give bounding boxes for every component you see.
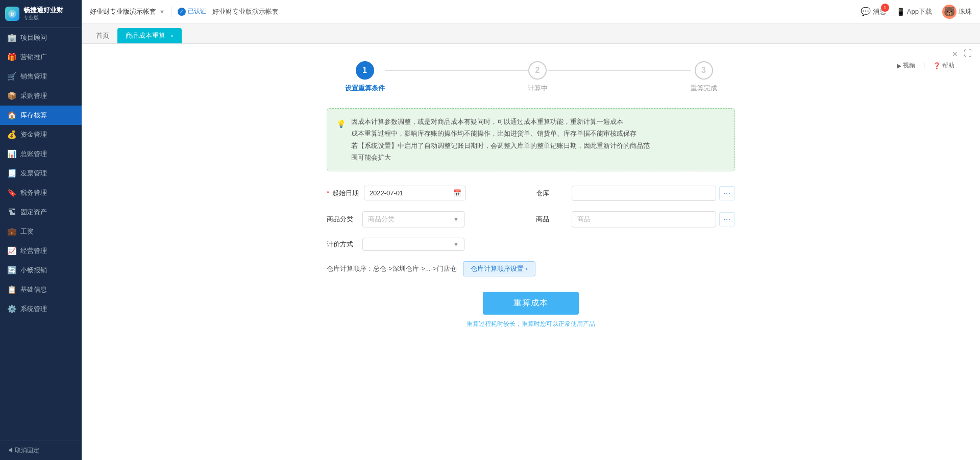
purchase-icon: 📦 [7, 91, 16, 100]
chevron-down-icon: ▼ [453, 241, 459, 247]
sidebar-item-sales[interactable]: 🛒 销售管理 [0, 67, 82, 86]
product-input[interactable]: 商品 [572, 211, 716, 227]
warehouse-order-settings-button[interactable]: 仓库计算顺序设置 › [463, 261, 535, 276]
sidebar-item-label: 工资 [20, 227, 34, 236]
user-menu-button[interactable]: 🐻 珠珠 [942, 5, 972, 19]
messages-button[interactable]: 💬 消息 1 [861, 7, 886, 16]
pricing-label: 计价方式 [327, 240, 357, 249]
sidebar-unpin-button[interactable]: ◀ 取消固定 [0, 441, 82, 460]
pricing-select[interactable]: ▼ [362, 238, 464, 251]
sidebar-item-operation[interactable]: 📈 经营管理 [0, 241, 82, 261]
basic-icon: 📋 [7, 285, 16, 294]
sidebar-item-tax[interactable]: 🔖 税务管理 [0, 183, 82, 202]
sidebar-item-label: 库存核算 [20, 111, 47, 120]
accounting-icon: 📊 [7, 149, 16, 159]
step-2-label: 计算中 [528, 84, 548, 93]
product-ellipsis-button[interactable]: ··· [719, 212, 735, 226]
account-selector[interactable]: 好业财专业版演示帐套 ▼ [90, 7, 165, 16]
verified-badge: ✓ 已认证 [178, 7, 206, 16]
category-label: 商品分类 [327, 215, 357, 224]
recalc-note: 重算过程耗时较长，重算时您可以正常使用产品 [327, 320, 735, 328]
assets-icon: 🏗 [7, 208, 16, 217]
sidebar-item-system[interactable]: ⚙️ 系统管理 [0, 299, 82, 319]
info-box: 💡 因成本计算参数调整，或是对商品成本有疑问时，可以通过成本重算功能，重新计算一… [327, 108, 735, 171]
warehouse-order-btn-label: 仓库计算顺序设置 [471, 264, 524, 273]
tab-close-icon[interactable]: × [170, 33, 174, 39]
expense-icon: 🔄 [7, 266, 16, 275]
step-2: 2 计算中 [528, 61, 548, 93]
sidebar-item-inventory[interactable]: 🏠 库存核算 [0, 106, 82, 125]
sidebar-header: 财 畅捷通好业财 专业版 [0, 0, 82, 28]
expand-window-button[interactable]: ⛶ [964, 49, 972, 60]
company-name: 好业财专业版演示帐套 [212, 7, 279, 16]
app-title: 畅捷通好业财 [23, 6, 63, 14]
chevron-right-icon: › [526, 265, 528, 272]
start-date-input-wrapper[interactable]: 📅 [364, 186, 466, 200]
sidebar-item-label: 经营管理 [20, 246, 47, 255]
required-star: * [327, 189, 329, 197]
calendar-icon[interactable]: 📅 [449, 189, 465, 197]
system-icon: ⚙️ [7, 304, 16, 314]
product-group: 商品 商品 ··· [536, 211, 735, 227]
sidebar-item-invoice[interactable]: 🧾 发票管理 [0, 164, 82, 183]
app-logo: 财 [5, 7, 19, 21]
info-line-2: 成本重算过程中，影响库存账的操作均不能操作，比如进货单、销货单、库存单据不能审核… [351, 127, 650, 139]
step-3-circle: 3 [695, 61, 713, 80]
start-date-input[interactable] [364, 186, 449, 200]
user-name: 珠珠 [959, 7, 972, 16]
topbar-divider [171, 7, 172, 17]
inventory-icon: 🏠 [7, 111, 16, 120]
sidebar-item-label: 销售管理 [20, 72, 47, 81]
info-line-4: 围可能会扩大 [351, 151, 650, 163]
salary-icon: 💼 [7, 227, 16, 236]
sidebar-item-label: 税务管理 [20, 188, 47, 197]
unpin-label: ◀ 取消固定 [7, 446, 39, 455]
warehouse-order-label: 仓库计算顺序：总仓->深圳仓库->...->门店仓 [327, 264, 457, 273]
app-subtitle: 专业版 [23, 14, 63, 21]
form-row-3: 计价方式 ▼ [327, 238, 735, 251]
finance-icon: 💰 [7, 130, 16, 139]
svg-text:财: 财 [10, 12, 15, 17]
warehouse-ellipsis-button[interactable]: ··· [719, 186, 735, 200]
step-3: 3 重算完成 [691, 61, 717, 93]
step-3-label: 重算完成 [691, 84, 717, 93]
sidebar-item-basic[interactable]: 📋 基础信息 [0, 280, 82, 299]
messages-count: 1 [881, 4, 889, 12]
start-date-label: * 起始日期 [327, 189, 359, 198]
info-line-3: 若【系统设置】中启用了自动调整记账日期时，会调整入库单的整单记账日期，因此重新计… [351, 140, 650, 151]
step-1-circle: 1 [356, 61, 374, 80]
sidebar-item-salary[interactable]: 💼 工资 [0, 222, 82, 241]
warehouse-input[interactable] [572, 186, 716, 201]
recalculate-button[interactable]: 重算成本 [483, 292, 579, 315]
sidebar-item-expense[interactable]: 🔄 小畅报销 [0, 261, 82, 280]
sidebar-item-accounting[interactable]: 📊 总账管理 [0, 144, 82, 164]
sidebar-item-marketing[interactable]: 🎁 营销推广 [0, 47, 82, 67]
marketing-icon: 🎁 [7, 53, 16, 62]
step-line-2 [548, 70, 691, 71]
sidebar-item-label: 总账管理 [20, 149, 47, 159]
step-1-label: 设置重算条件 [345, 84, 385, 93]
sidebar-item-label: 固定资产 [20, 208, 47, 217]
project-icon: 🏢 [7, 33, 16, 42]
message-icon: 💬 [861, 7, 871, 16]
action-area: 重算成本 重算过程耗时较长，重算时您可以正常使用产品 [327, 292, 735, 328]
sidebar-item-label: 系统管理 [20, 304, 47, 314]
app-download-button[interactable]: 📱 App下载 [896, 7, 932, 16]
sidebar-item-finance[interactable]: 💰 资金管理 [0, 125, 82, 144]
form-row-1: * 起始日期 📅 仓库 ··· [327, 186, 735, 201]
avatar: 🐻 [942, 5, 957, 19]
category-placeholder: 商品分类 [368, 215, 395, 224]
invoice-icon: 🧾 [7, 169, 16, 178]
app-download-label: App下载 [907, 7, 932, 16]
sidebar-item-assets[interactable]: 🏗 固定资产 [0, 202, 82, 222]
tab-home[interactable]: 首页 [88, 28, 117, 43]
step-1: 1 设置重算条件 [345, 61, 385, 93]
tab-active[interactable]: 商品成本重算 × [117, 28, 182, 43]
sidebar-item-purchase[interactable]: 📦 采购管理 [0, 86, 82, 106]
steps-container: 1 设置重算条件 2 计算中 3 重算完成 [97, 56, 965, 93]
step-2-circle: 2 [528, 61, 547, 80]
category-select[interactable]: 商品分类 ▼ [362, 211, 464, 227]
sidebar-item-project[interactable]: 🏢 项目顾问 [0, 28, 82, 47]
tab-home-label: 首页 [96, 32, 109, 39]
product-label: 商品 [536, 215, 567, 224]
